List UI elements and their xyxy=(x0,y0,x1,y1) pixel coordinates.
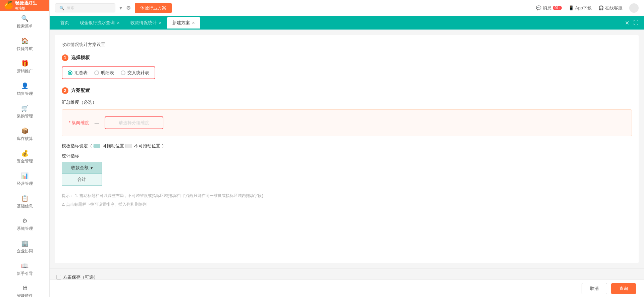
topbar: 🔍 搜索 ▾ ⚙ 体验行业方案 💬 消息 99+ 📱 App下载 🎧 在线客服 xyxy=(50,0,644,16)
sidebar-logo: 🍊 畅捷通好生 标准版 xyxy=(0,0,49,11)
sidebar-item-label: 搜索菜单 xyxy=(17,23,33,29)
inventory-icon: 📦 xyxy=(21,127,29,135)
trial-btn[interactable]: 体验行业方案 xyxy=(135,3,172,13)
tabbar: 首页 现金银行流水查询 ✕ 收款情况统计 ✕ 新建方案 ✕ ✕ ⛶ xyxy=(50,16,644,30)
legend-draggable: 可拖动位置 xyxy=(94,143,124,149)
metrics-col-amount: 收款金额 ▾ 合计 xyxy=(62,162,102,186)
topbar-search[interactable]: 🔍 搜索 xyxy=(55,3,115,12)
sidebar-item-finance[interactable]: 💰 资金管理 xyxy=(0,146,49,168)
sidebar-item-basic-info[interactable]: 📋 基础信息 xyxy=(0,191,49,213)
save-plan-label: 方案保存（可选） xyxy=(63,274,98,280)
sidebar-item-inventory[interactable]: 📦 库存核算 xyxy=(0,123,49,146)
system-icon: ⚙ xyxy=(22,217,28,225)
tab-home[interactable]: 首页 xyxy=(55,17,74,29)
tabbar-expand-icon[interactable]: ⛶ xyxy=(633,20,639,26)
radio-crosstab[interactable]: 交叉统计表 xyxy=(121,70,149,76)
legend-non-draggable-label: 不可拖动位置 xyxy=(134,143,160,149)
purchase-icon: 🛒 xyxy=(21,105,29,112)
tabbar-actions: ✕ ⛶ xyxy=(625,20,639,26)
tab-cashflow[interactable]: 现金银行流水查询 ✕ xyxy=(74,17,125,29)
sidebar-item-label: 销售管理 xyxy=(17,91,33,97)
finance-icon: 💰 xyxy=(21,150,29,157)
user-avatar[interactable] xyxy=(629,3,639,13)
tab-home-label: 首页 xyxy=(60,20,69,26)
sidebar-item-search-menu[interactable]: 🔍 搜索菜单 xyxy=(0,11,49,33)
tab-new-plan-close[interactable]: ✕ xyxy=(192,21,195,25)
online-service-label: 在线客服 xyxy=(605,5,623,11)
section2-header: 2 方案配置 xyxy=(62,87,632,94)
new-guide-icon: 📖 xyxy=(21,262,29,269)
sidebar-item-label: 经营管理 xyxy=(17,181,33,187)
radio-summary-label: 汇总表 xyxy=(74,70,88,76)
sidebar-item-marketing[interactable]: 🎁 营销推广 xyxy=(0,56,49,78)
radio-detail[interactable]: 明细表 xyxy=(94,70,114,76)
sidebar-item-operations[interactable]: 📊 经营管理 xyxy=(0,168,49,191)
page-header: 收款情况统计方案设置 xyxy=(62,42,632,48)
radio-summary-circle[interactable] xyxy=(68,70,72,75)
save-plan-checkbox[interactable] xyxy=(56,275,61,280)
metrics-title-text: 模板指标设定（ xyxy=(62,143,92,149)
topbar-gear-icon[interactable]: ⚙ xyxy=(126,5,131,11)
sidebar-item-label: 企业协同 xyxy=(17,248,33,254)
tab-receivable-label: 收款情况统计 xyxy=(130,20,157,26)
quick-nav-icon: 🏠 xyxy=(21,37,29,45)
tab-cashflow-close[interactable]: ✕ xyxy=(117,21,120,25)
sidebar-item-system[interactable]: ⚙ 系统管理 xyxy=(0,213,49,236)
section2-num: 2 xyxy=(62,87,68,94)
sidebar-item-label: 采购管理 xyxy=(17,113,33,119)
metrics-header-amount-label: 收款金额 xyxy=(71,165,89,171)
template-selection-box: 汇总表 明细表 交叉统计表 xyxy=(62,66,155,79)
tabbar-close-icon[interactable]: ✕ xyxy=(625,20,629,26)
message-badge: 99+ xyxy=(553,6,562,10)
metrics-header-amount[interactable]: 收款金额 ▾ xyxy=(62,162,102,174)
query-button[interactable]: 查询 xyxy=(611,283,636,294)
sidebar-item-new-guide[interactable]: 📖 新手引导 xyxy=(0,258,49,281)
tab-new-plan-label: 新建方案 xyxy=(172,20,190,26)
sidebar-item-label: 新手引导 xyxy=(17,271,33,277)
tab-new-plan[interactable]: 新建方案 ✕ xyxy=(167,17,200,29)
dimension-arrow-icon: — xyxy=(95,120,99,126)
legend-draggable-label: 可拖动位置 xyxy=(102,143,124,149)
tab-receivable[interactable]: 收款情况统计 ✕ xyxy=(125,17,167,29)
metrics-section: 模板指标设定（ 可拖动位置 不可拖动位置 ） 统计指标 xyxy=(62,143,632,186)
vertical-label: * 纵向维度 xyxy=(69,120,89,126)
metrics-grid: 收款金额 ▾ 合计 xyxy=(62,162,632,186)
radio-detail-circle[interactable] xyxy=(94,70,99,75)
logo-icon: 🍊 xyxy=(4,1,13,10)
tips-section: 提示： 1. 拖动标题栏可以调整布局，不可跨维度或指标区域拖动栏目字段(只能在同… xyxy=(62,192,632,208)
topbar-right: 💬 消息 99+ 📱 App下载 🎧 在线客服 xyxy=(536,3,639,13)
online-service-item[interactable]: 🎧 在线客服 xyxy=(598,5,623,11)
message-item[interactable]: 💬 消息 99+ xyxy=(536,5,562,11)
page-footer: 方案保存（可选） xyxy=(50,268,644,280)
radio-detail-label: 明细表 xyxy=(101,70,114,76)
sidebar-item-sales[interactable]: 👤 销售管理 xyxy=(0,78,49,101)
page-inner: 收款情况统计方案设置 1 选择模板 汇总表 明细表 xyxy=(55,35,639,263)
metrics-title-end: ） xyxy=(162,143,166,149)
section1-title: 选择模板 xyxy=(71,55,90,61)
radio-summary[interactable]: 汇总表 xyxy=(68,70,88,76)
metrics-data-total: 合计 xyxy=(62,174,102,186)
radio-crosstab-circle[interactable] xyxy=(121,70,125,75)
radio-crosstab-label: 交叉统计表 xyxy=(127,70,149,76)
sidebar-item-label: 库存核算 xyxy=(17,136,33,142)
legend-draggable-box xyxy=(94,144,100,148)
sidebar-item-enterprise-collab[interactable]: 🏢 企业协同 xyxy=(0,236,49,258)
sidebar-item-quick-nav[interactable]: 🏠 快捷导航 xyxy=(0,33,49,56)
app-download-item[interactable]: 📱 App下载 xyxy=(569,5,592,11)
topbar-dropdown-icon[interactable]: ▾ xyxy=(119,5,122,11)
tab-receivable-close[interactable]: ✕ xyxy=(159,21,162,25)
app-icon: 📱 xyxy=(569,5,574,10)
cancel-button[interactable]: 取消 xyxy=(582,283,607,294)
marketing-icon: 🎁 xyxy=(21,60,29,67)
save-plan-checkbox-item[interactable]: 方案保存（可选） xyxy=(56,274,98,280)
metrics-legend-row: 模板指标设定（ 可拖动位置 不可拖动位置 ） xyxy=(62,143,632,149)
dimension-title: 汇总维度（必选） xyxy=(62,99,632,105)
metrics-dropdown-icon[interactable]: ▾ xyxy=(91,165,93,170)
section2-title: 方案配置 xyxy=(71,88,90,94)
dimension-select[interactable]: 请选择分组维度 xyxy=(105,116,163,129)
logo-name: 畅捷通好生 xyxy=(15,0,37,6)
main-area: 🔍 搜索 ▾ ⚙ 体验行业方案 💬 消息 99+ 📱 App下载 🎧 在线客服 xyxy=(50,0,644,297)
sidebar-item-smart-hw[interactable]: 🖥 智能硬件 xyxy=(0,281,49,297)
sidebar-item-purchase[interactable]: 🛒 采购管理 xyxy=(0,101,49,123)
section-config: 2 方案配置 汇总维度（必选） * 纵向维度 — 请选择分组维度 xyxy=(62,87,632,208)
